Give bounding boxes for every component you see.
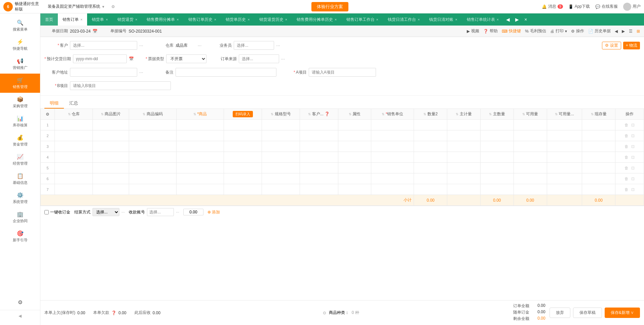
th-current[interactable]: ⇅ 现存量 xyxy=(582,109,615,120)
warehouse-cell[interactable] xyxy=(55,141,93,152)
customer-code-cell[interactable] xyxy=(300,184,338,195)
settings-button[interactable]: ⚙ 设置 xyxy=(602,42,621,49)
available-cell[interactable] xyxy=(514,152,547,163)
deposit-amount[interactable]: 0.00 xyxy=(183,209,203,215)
available2-cell[interactable] xyxy=(547,141,582,152)
tab-close-icon[interactable]: × xyxy=(335,17,337,22)
tab-expense-split[interactable]: 销售费用分摊单 × xyxy=(142,13,183,26)
delete-row-icon[interactable]: 🗑 xyxy=(624,133,629,138)
main-qty-cell[interactable] xyxy=(480,184,514,195)
spec-cell[interactable] xyxy=(262,141,300,152)
spec-cell[interactable] xyxy=(262,163,300,173)
tab-close-icon[interactable]: × xyxy=(418,17,420,22)
available-cell[interactable] xyxy=(514,141,547,152)
b-project-input[interactable] xyxy=(70,81,171,90)
current-cell[interactable] xyxy=(582,130,615,141)
th-unit[interactable]: ⇅ *销售单位 xyxy=(371,109,414,120)
delete-row-icon[interactable]: 🗑 xyxy=(624,166,629,170)
delete-row-icon[interactable]: 🗑 xyxy=(624,187,629,192)
sidebar-item-purchase[interactable]: 📦 采购管理 xyxy=(0,93,40,112)
note-input[interactable] xyxy=(176,68,276,77)
delete-row-icon[interactable]: 🗑 xyxy=(624,176,629,181)
add-deposit-btn[interactable]: ⊕ 添加 xyxy=(207,209,220,215)
th-available[interactable]: ⇅ 可用量 xyxy=(514,109,547,120)
main-qty-cell[interactable] xyxy=(480,152,514,163)
delivery-date-input[interactable] xyxy=(73,54,127,63)
sidebar-collapse-btn[interactable]: ◀ xyxy=(0,310,40,322)
main-unit-cell[interactable] xyxy=(447,163,481,173)
one-click-deposit-check[interactable]: 一键收订金 xyxy=(44,209,70,215)
save-draft-button[interactable]: 保存草稿 xyxy=(573,308,602,318)
unit-cell[interactable] xyxy=(371,163,414,173)
app-download-item[interactable]: 📱 App下载 xyxy=(568,4,590,9)
industry-btn[interactable]: 体验行业方案 xyxy=(311,2,348,11)
tab-prev-btn[interactable]: ◀ xyxy=(503,13,513,26)
copy-row-icon[interactable]: ⊡ xyxy=(631,123,635,127)
th-code[interactable]: ⇅ 商品编码 xyxy=(129,109,176,120)
available2-cell[interactable] xyxy=(547,173,582,184)
a-project-input[interactable] xyxy=(309,68,376,77)
goods-count-icon[interactable]: ⊙ xyxy=(323,311,326,315)
current-cell[interactable] xyxy=(582,152,615,163)
toolbar-history[interactable]: 📄 历史单据 xyxy=(588,28,611,34)
main-qty-cell[interactable] xyxy=(480,173,514,184)
address-input[interactable] xyxy=(70,68,137,77)
th-product[interactable]: ⇅ *商品 xyxy=(177,109,224,120)
warehouse-cell[interactable] xyxy=(55,184,93,195)
qty2-cell[interactable] xyxy=(414,173,447,184)
main-unit-cell[interactable] xyxy=(447,152,481,163)
customer-code-cell[interactable] xyxy=(300,173,338,184)
add-material-button[interactable]: + 物流 xyxy=(623,42,640,49)
copy-row-icon[interactable]: ⊡ xyxy=(631,144,635,149)
available-cell[interactable] xyxy=(514,173,547,184)
sidebar-settings[interactable]: ⚙ xyxy=(0,296,40,310)
tab-close-icon[interactable]: × xyxy=(376,17,378,22)
product-cell[interactable] xyxy=(177,152,224,163)
sidebar-item-finance[interactable]: 💰 资金管理 xyxy=(0,131,40,150)
tab-sales-return[interactable]: 销货退货 × xyxy=(113,13,142,26)
tab-invoice-history[interactable]: 销货单历史 × xyxy=(221,13,254,26)
payment-method-select[interactable]: 选择... xyxy=(92,208,119,216)
available2-cell[interactable] xyxy=(547,163,582,173)
code-cell[interactable] xyxy=(129,141,176,152)
delete-row-icon[interactable]: 🗑 xyxy=(624,155,629,160)
settings-icon[interactable]: ⚙ xyxy=(108,2,118,11)
th-qty2[interactable]: ⇅ 数量2 xyxy=(414,109,447,120)
order-source-ellipsis-icon[interactable]: ··· xyxy=(281,56,285,62)
delete-row-icon[interactable]: 🗑 xyxy=(624,123,629,127)
tab-home[interactable]: 首页 xyxy=(40,13,58,26)
online-service-item[interactable]: 💬 在线客服 xyxy=(595,4,618,9)
main-unit-cell[interactable] xyxy=(447,120,481,130)
customer-code-cell[interactable] xyxy=(300,141,338,152)
sidebar-item-marketing[interactable]: 📢 营销推广 xyxy=(0,54,40,74)
tab-close-icon[interactable]: × xyxy=(214,17,216,22)
tab-order-workbench[interactable]: 销售订单工作台 × xyxy=(342,13,383,26)
attr-cell[interactable] xyxy=(338,173,371,184)
sidebar-item-enterprise[interactable]: 🏢 企业协同 xyxy=(0,208,40,227)
product-cell[interactable] xyxy=(177,184,224,195)
sidebar-item-sales[interactable]: 🛒 销售管理 xyxy=(0,74,40,93)
warehouse-cell[interactable] xyxy=(55,120,93,130)
th-attr[interactable]: ⇅ 属性 xyxy=(338,109,371,120)
invoice-select[interactable]: 不开票 增值税普通发票 增值税专用发票 xyxy=(166,54,206,63)
qty2-cell[interactable] xyxy=(414,152,447,163)
sidebar-item-inventory[interactable]: 📊 库存核算 xyxy=(0,112,40,131)
sidebar-item-guide[interactable]: 🎯 新手引导 xyxy=(0,227,40,246)
sidebar-item-quick-nav[interactable]: ⚡ 快捷导航 xyxy=(0,35,40,54)
qty2-cell[interactable] xyxy=(414,184,447,195)
account-input[interactable] xyxy=(147,208,174,216)
attr-cell[interactable] xyxy=(338,120,371,130)
sidebar-item-operations[interactable]: 📈 经营管理 xyxy=(0,150,40,169)
qty2-cell[interactable] xyxy=(414,163,447,173)
th-main-unit[interactable]: ⇅ 主计量 xyxy=(447,109,481,120)
attr-cell[interactable] xyxy=(338,130,371,141)
unit-cell[interactable] xyxy=(371,130,414,141)
scan-btn[interactable]: 扫码录入 xyxy=(233,111,253,117)
th-main-qty[interactable]: ⇅ 主数量 xyxy=(480,109,514,120)
tab-close-icon[interactable]: × xyxy=(106,17,108,22)
customer-input[interactable] xyxy=(70,41,137,50)
th-warehouse[interactable]: ⇅ 仓库 xyxy=(55,109,93,120)
code-cell[interactable] xyxy=(129,130,176,141)
order-source-input[interactable] xyxy=(239,54,279,63)
tab-close-icon[interactable]: × xyxy=(177,17,179,22)
